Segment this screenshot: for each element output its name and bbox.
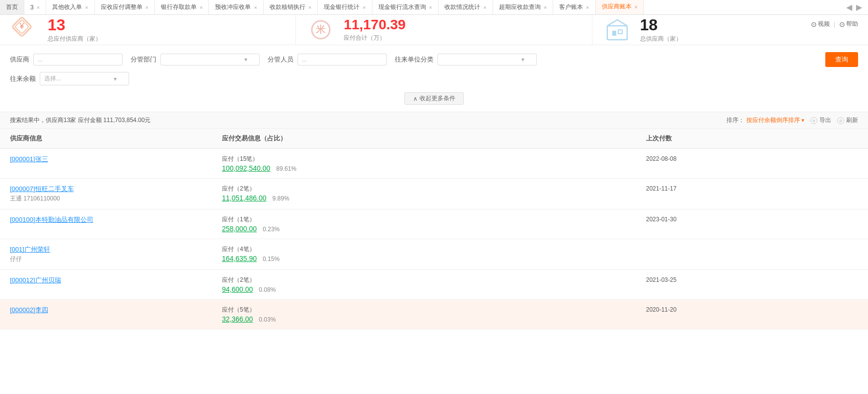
tx-amount-row: 100,092,540.0089.61%: [222, 163, 646, 172]
category-select[interactable]: ▾: [437, 54, 537, 66]
tx-amount[interactable]: 258,000.00: [222, 225, 257, 233]
nav-item-customer[interactable]: 客户账本 ×: [553, 0, 595, 15]
nav-next-arrow[interactable]: ▶: [854, 2, 864, 12]
stat-number-total-suppliers: 18: [640, 17, 682, 33]
tx-percent: 89.61%: [276, 165, 296, 172]
nav-label-cash-stat: 现金银行统计: [324, 3, 360, 11]
supplier-name[interactable]: [000100]本特勤油品有限公司: [10, 216, 93, 223]
supplier-name[interactable]: [000012]广州贝瑞: [10, 276, 61, 284]
tx-label: 应付（15笔）: [222, 155, 646, 163]
close-icon[interactable]: ×: [200, 4, 203, 10]
close-icon[interactable]: ×: [635, 4, 638, 10]
close-icon[interactable]: ×: [145, 4, 148, 10]
nav-item-verify[interactable]: 收款核销执行 ×: [264, 0, 318, 15]
last-pay-date: 2021-11-17: [646, 185, 676, 192]
tx-amount-row: 164,635.900.15%: [222, 254, 646, 263]
nav-item-prepay[interactable]: 预收冲应收单 ×: [209, 0, 263, 15]
stat-content-total: 11,170.39 应付合计（万）: [344, 18, 406, 42]
close-icon[interactable]: ×: [85, 4, 88, 10]
stat-content-total-suppliers: 18 总供应商（家）: [640, 17, 682, 43]
close-icon[interactable]: ×: [429, 4, 432, 10]
sort-label: 排序： 按应付余额倒序排序 ▾: [726, 116, 804, 125]
close-icon[interactable]: ×: [308, 4, 311, 10]
nav-item-other-income[interactable]: 其他收入单 ×: [46, 0, 94, 15]
nav-item-home[interactable]: 首页: [0, 0, 24, 15]
nav-item-overdue[interactable]: 超期应收款查询 ×: [493, 0, 553, 15]
collapse-area: ∧ 收起更多条件: [10, 90, 858, 107]
svg-rect-5: [607, 26, 627, 40]
last-pay-cell: 2022-08-08: [646, 155, 858, 172]
nav-item-cash-stat[interactable]: 现金银行统计 ×: [318, 0, 372, 15]
close-icon[interactable]: ×: [544, 4, 547, 10]
dept-select[interactable]: ▾: [160, 54, 260, 66]
video-link[interactable]: ⊙ 视频: [811, 20, 830, 28]
nav-label-home: 首页: [6, 3, 18, 11]
query-button[interactable]: 查询: [825, 52, 858, 67]
close-icon[interactable]: ×: [37, 4, 40, 10]
question-icon: ⊙: [839, 20, 845, 28]
col-header-lastpay: 上次付数: [646, 134, 858, 143]
tx-amount[interactable]: 100,092,540.00: [222, 164, 270, 172]
tx-info-cell: 应付（1笔）258,000.000.23%: [222, 215, 646, 233]
supplier-input[interactable]: ...: [33, 54, 123, 66]
person-input[interactable]: ...: [297, 54, 387, 66]
tx-label: 应付（1笔）: [222, 215, 646, 224]
tx-info-cell: 应付（4笔）164,635.900.15%: [222, 245, 646, 263]
tx-label: 应付（2笔）: [222, 276, 646, 284]
nav-item-supplier[interactable]: 供应商账本 ×: [596, 0, 644, 15]
close-icon[interactable]: ×: [483, 4, 486, 10]
export-button[interactable]: ○ 导出: [810, 116, 831, 125]
divider: |: [834, 21, 835, 28]
tx-percent: 0.15%: [263, 256, 280, 263]
last-pay-date: 2022-08-08: [646, 155, 676, 162]
help-link[interactable]: ⊙ 帮助: [839, 20, 858, 28]
tx-amount[interactable]: 164,635.90: [222, 255, 257, 263]
balance-placeholder: 选择...: [44, 74, 61, 83]
refresh-icon: ○: [837, 117, 844, 124]
nav-item-bank[interactable]: 银行存取款单 ×: [155, 0, 209, 15]
dept-field: 分管部门 ▾: [131, 54, 260, 66]
result-bar: 搜索结果中，供应商13家 应付金额 111,703,854.00元 排序： 按应…: [0, 112, 868, 129]
nav-label-supplier: 供应商账本: [602, 2, 632, 11]
rice-icon: 米: [306, 15, 336, 45]
supplier-name[interactable]: [000002]李四: [10, 306, 48, 314]
sort-value[interactable]: 按应付余额倒序排序: [746, 117, 800, 124]
export-icon: ○: [810, 117, 817, 124]
supplier-name[interactable]: [001]广州荣轩: [10, 246, 50, 253]
nav-label-bank: 银行存取款单: [161, 3, 197, 11]
nav-label-customer: 客户账本: [559, 3, 583, 11]
chevron-down-icon: ▾: [114, 75, 117, 82]
nav-prev-arrow[interactable]: ◀: [844, 2, 854, 12]
close-icon[interactable]: ×: [586, 4, 589, 10]
nav-item-adjust[interactable]: 应收应付调整单 ×: [95, 0, 155, 15]
svg-rect-7: [618, 30, 622, 34]
last-pay-date: 2023-01-30: [646, 216, 676, 223]
tx-amount[interactable]: 11,051,486.00: [222, 194, 267, 202]
stat-number-payable-total: 11,170.39: [344, 18, 406, 32]
supplier-name[interactable]: [000001]张三: [10, 155, 48, 163]
close-icon[interactable]: ×: [254, 4, 257, 10]
balance-select[interactable]: 选择... ▾: [40, 72, 129, 85]
chevron-down-icon: ▾: [521, 56, 524, 63]
category-label: 往来单位分类: [395, 55, 434, 64]
close-icon[interactable]: ×: [362, 4, 365, 10]
col-header-supplier: 供应商信息: [10, 134, 222, 143]
table-row: [000007]恒旺二手叉车王通 17106110000应付（2笔）11,051…: [0, 179, 868, 209]
stat-right-area: 18 总供应商（家） ⊙ 视频 | ⊙ 帮助: [592, 15, 868, 45]
stat-block-total-suppliers: 18 总供应商（家）: [592, 15, 811, 45]
supplier-info-cell: [000001]张三: [10, 155, 222, 172]
supplier-info-cell: [000012]广州贝瑞: [10, 276, 222, 293]
tx-label: 应付（5笔）: [222, 306, 646, 314]
nav-item-cash-flow[interactable]: 现金银行流水查询 ×: [372, 0, 438, 15]
refresh-button[interactable]: ○ 刷新: [837, 116, 858, 125]
stat-block-payable-suppliers: ¥ 13 总应付供应商（家）: [0, 15, 296, 45]
stat-number-payable-suppliers: 13: [48, 17, 101, 33]
tx-amount[interactable]: 32,366.00: [222, 315, 253, 323]
collapse-button[interactable]: ∧ 收起更多条件: [404, 92, 464, 105]
supplier-name[interactable]: [000007]恒旺二手叉车: [10, 185, 74, 193]
supplier-label: 供应商: [10, 55, 29, 64]
tx-amount[interactable]: 94,600.00: [222, 285, 253, 293]
nav-item-3[interactable]: 3 ×: [24, 0, 46, 15]
nav-label-verify: 收款核销执行: [270, 3, 305, 11]
nav-item-receipt-stat[interactable]: 收款情况统计 ×: [438, 0, 493, 15]
